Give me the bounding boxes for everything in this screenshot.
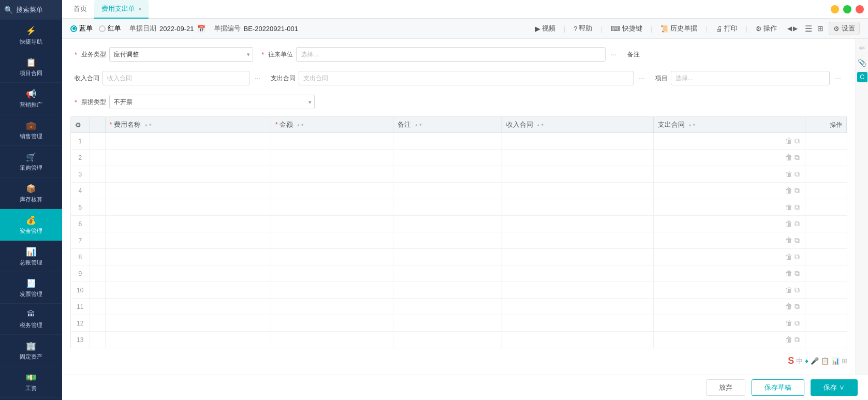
expense-name-cell[interactable]	[90, 183, 105, 199]
settings-button[interactable]: ⚙ 设置	[829, 22, 860, 35]
partner-input[interactable]	[296, 47, 606, 62]
gear-icon[interactable]: ⚙	[75, 121, 81, 129]
expense-contract-cell[interactable]	[502, 249, 653, 265]
amount-cell[interactable]	[105, 133, 271, 150]
delete-row-button[interactable]: 🗑	[784, 251, 793, 262]
amount-cell[interactable]	[105, 199, 271, 216]
amount-cell[interactable]	[105, 348, 271, 349]
amount-cell[interactable]	[105, 249, 271, 265]
amount-cell[interactable]	[105, 150, 271, 166]
copy-row-button[interactable]: ⧉	[793, 268, 801, 279]
video-button[interactable]: ▶ 视频	[532, 23, 558, 34]
income-contract-input[interactable]	[102, 71, 249, 85]
amount-cell[interactable]	[105, 183, 271, 199]
expense-contract-cell[interactable]	[502, 150, 653, 166]
delete-row-button[interactable]: 🗑	[784, 318, 793, 328]
view-grid-icon[interactable]: ⊞	[817, 24, 823, 33]
expense-contract-cell[interactable]	[502, 166, 653, 183]
remark-cell[interactable]	[271, 315, 393, 332]
copy-row-button[interactable]: ⧉	[793, 285, 801, 295]
income-contract-cell[interactable]	[393, 232, 502, 249]
remark-cell[interactable]	[271, 299, 393, 315]
remark-cell[interactable]	[271, 265, 393, 282]
sidebar-item-ledger[interactable]: 📊 总账管理	[0, 241, 62, 272]
delete-row-button[interactable]: 🗑	[784, 285, 793, 295]
sidebar-search[interactable]: 🔍 搜索菜单	[0, 0, 62, 20]
s-icon[interactable]: S	[788, 355, 794, 366]
save-button[interactable]: 保存 ∨	[811, 379, 858, 396]
income-contract-cell[interactable]	[393, 315, 502, 332]
remark-cell[interactable]	[271, 332, 393, 348]
expense-contract-cell[interactable]	[502, 315, 653, 332]
business-type-select[interactable]: 应付调整	[109, 47, 253, 62]
sidebar-item-marketing[interactable]: 📢 营销推广	[0, 83, 62, 114]
expense-name-cell[interactable]	[90, 315, 105, 332]
expense-name-cell[interactable]	[90, 265, 105, 282]
expense-name-cell[interactable]	[90, 199, 105, 216]
sidebar-item-quick-nav[interactable]: ⚡ 快捷导航	[0, 20, 62, 51]
copy-row-button[interactable]: ⧉	[793, 301, 801, 312]
sidebar-item-invoice[interactable]: 🧾 发票管理	[0, 272, 62, 304]
chinese-icon[interactable]: 中	[796, 357, 803, 366]
tab-expense-voucher[interactable]: 费用支出单 ×	[94, 0, 149, 19]
operations-button[interactable]: ⚙ 操作	[753, 23, 780, 34]
copy-row-button[interactable]: ⧉	[793, 218, 801, 229]
income-contract-cell[interactable]	[393, 150, 502, 166]
expense-name-cell[interactable]	[90, 133, 105, 150]
remark-cell[interactable]	[271, 282, 393, 299]
sidebar-item-capital[interactable]: 💰 资金管理	[0, 209, 62, 241]
copy-row-button[interactable]: ⧉	[793, 334, 801, 345]
remark-cell[interactable]	[271, 249, 393, 265]
mic-icon[interactable]: 🎤	[811, 357, 819, 365]
copy-row-button[interactable]: ⧉	[793, 169, 801, 180]
delete-row-button[interactable]: 🗑	[784, 301, 793, 312]
tab-close-icon[interactable]: ×	[138, 6, 141, 12]
sort-icon[interactable]: ▲▼	[296, 123, 304, 127]
expense-name-cell[interactable]	[90, 232, 105, 249]
amount-cell[interactable]	[105, 216, 271, 232]
sidebar-item-operations[interactable]: 📈 经营管理	[0, 398, 62, 400]
expense-contract-cell[interactable]	[502, 232, 653, 249]
shortcut-button[interactable]: ⌨ 快捷键	[608, 23, 645, 34]
next-record-button[interactable]: ▶	[793, 25, 798, 32]
delete-row-button[interactable]: 🗑	[784, 218, 793, 229]
sort-icon[interactable]: ▲▼	[415, 123, 423, 127]
amount-cell[interactable]	[105, 166, 271, 183]
copy-row-button[interactable]: ⧉	[793, 318, 801, 329]
delete-row-button[interactable]: 🗑	[784, 334, 793, 345]
radio-red-option[interactable]: 红单	[99, 24, 121, 33]
table-icon[interactable]: 📊	[831, 357, 840, 365]
diamond-icon[interactable]: ♦	[805, 357, 808, 365]
expense-name-cell[interactable]	[90, 332, 105, 348]
amount-cell[interactable]	[105, 332, 271, 348]
project-more-icon[interactable]: ···	[833, 74, 843, 82]
delete-row-button[interactable]: 🗑	[784, 169, 793, 179]
remark-cell[interactable]	[271, 133, 393, 150]
expense-name-cell[interactable]	[90, 216, 105, 232]
sort-icon[interactable]: ▲▼	[536, 123, 545, 127]
income-contract-cell[interactable]	[393, 282, 502, 299]
expense-name-cell[interactable]	[90, 348, 105, 349]
expense-contract-cell[interactable]	[502, 265, 653, 282]
right-panel-edit-icon[interactable]: ✏	[858, 43, 866, 53]
income-contract-cell[interactable]	[393, 249, 502, 265]
delete-row-button[interactable]: 🗑	[784, 136, 793, 146]
remark-cell[interactable]	[271, 166, 393, 183]
prev-record-button[interactable]: ◀	[787, 25, 792, 32]
income-more-icon[interactable]: ···	[253, 74, 263, 82]
copy-row-button[interactable]: ⧉	[793, 251, 801, 262]
history-button[interactable]: 📜 历史单据	[657, 23, 700, 34]
right-panel-active-icon[interactable]: C	[857, 72, 867, 82]
expense-contract-cell[interactable]	[502, 133, 653, 150]
expense-name-cell[interactable]	[90, 249, 105, 265]
sidebar-item-purchase[interactable]: 🛒 采购管理	[0, 146, 62, 177]
expense-name-cell[interactable]	[90, 282, 105, 299]
remark-cell[interactable]	[271, 216, 393, 232]
window-max-button[interactable]	[843, 5, 851, 13]
print-button[interactable]: 🖨 打印	[713, 23, 741, 34]
remark-cell[interactable]	[271, 348, 393, 349]
project-input[interactable]	[671, 71, 830, 85]
delete-row-button[interactable]: 🗑	[784, 202, 793, 212]
expense-contract-cell[interactable]	[502, 183, 653, 199]
expense-more-icon[interactable]: ···	[637, 74, 647, 82]
